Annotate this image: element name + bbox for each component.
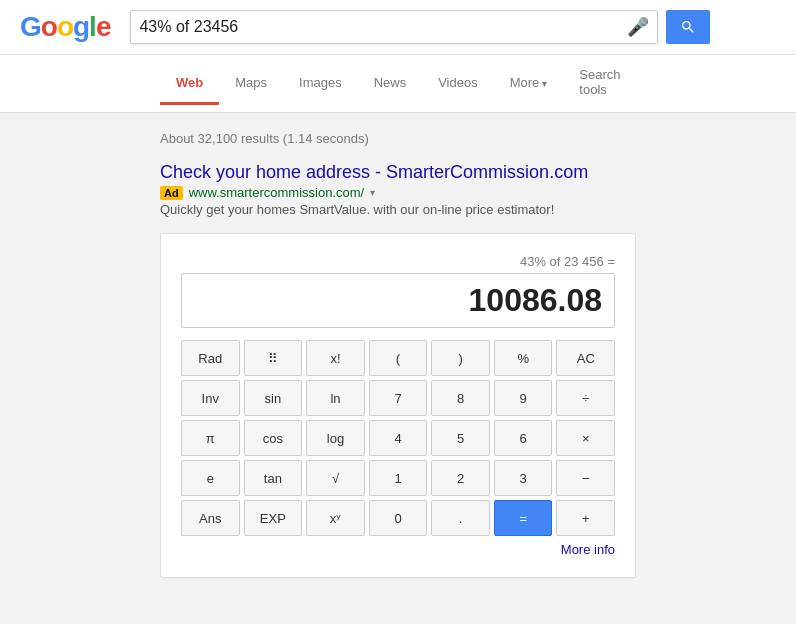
nav-item-videos[interactable]: Videos xyxy=(422,63,494,105)
calc-btn-exp[interactable]: EXP xyxy=(244,500,303,536)
search-input[interactable] xyxy=(139,18,621,36)
calc-btn-8[interactable]: 8 xyxy=(431,380,490,416)
calc-btn-divide[interactable]: ÷ xyxy=(556,380,615,416)
calc-btn-ans[interactable]: Ans xyxy=(181,500,240,536)
calc-btn-cos[interactable]: cos xyxy=(244,420,303,456)
calc-btn-sqrt[interactable]: √ xyxy=(306,460,365,496)
nav-item-images[interactable]: Images xyxy=(283,63,358,105)
nav-item-news[interactable]: News xyxy=(358,63,423,105)
calc-btn-dot[interactable]: . xyxy=(431,500,490,536)
calc-btn-1[interactable]: 1 xyxy=(369,460,428,496)
calc-row-1: Invsinln789÷ xyxy=(181,380,615,416)
result-count: About 32,100 results (1.14 seconds) xyxy=(160,131,636,146)
calc-btn-e[interactable]: e xyxy=(181,460,240,496)
calc-btn-6[interactable]: 6 xyxy=(494,420,553,456)
calc-btn-subtract[interactable]: − xyxy=(556,460,615,496)
calc-display: 10086.08 xyxy=(181,273,615,328)
calc-btn-5[interactable]: 5 xyxy=(431,420,490,456)
calc-btn-grid[interactable]: ⠿ xyxy=(244,340,303,376)
calc-row-3: etan√123− xyxy=(181,460,615,496)
nav-item-search-tools[interactable]: Search tools xyxy=(563,55,636,112)
calc-grid: Rad⠿x!()%ACInvsinln789÷πcoslog456×etan√1… xyxy=(181,340,615,536)
calc-btn-add[interactable]: + xyxy=(556,500,615,536)
calc-btn-inv[interactable]: Inv xyxy=(181,380,240,416)
calc-btn-log[interactable]: log xyxy=(306,420,365,456)
search-icon xyxy=(680,19,696,35)
calc-btn-4[interactable]: 4 xyxy=(369,420,428,456)
calc-btn-lparen[interactable]: ( xyxy=(369,340,428,376)
nav-bar: Web Maps Images News Videos More Search … xyxy=(0,55,796,113)
microphone-icon[interactable]: 🎤 xyxy=(627,16,649,38)
nav-item-more[interactable]: More xyxy=(494,63,564,105)
more-info-link[interactable]: More info xyxy=(181,542,615,557)
calc-btn-7[interactable]: 7 xyxy=(369,380,428,416)
ad-badge: Ad xyxy=(160,186,183,200)
calc-btn-tan[interactable]: tan xyxy=(244,460,303,496)
ad-url: www.smartercommission.com/ xyxy=(189,185,365,200)
nav-item-web[interactable]: Web xyxy=(160,63,219,105)
calc-btn-9[interactable]: 9 xyxy=(494,380,553,416)
calc-expression: 43% of 23 456 = xyxy=(181,254,615,269)
search-bar: 🎤 xyxy=(130,10,710,44)
nav-item-maps[interactable]: Maps xyxy=(219,63,283,105)
search-button[interactable] xyxy=(666,10,710,44)
calc-btn-factorial[interactable]: x! xyxy=(306,340,365,376)
header: Google 🎤 xyxy=(0,0,796,55)
calc-row-4: AnsEXPxʸ0.=+ xyxy=(181,500,615,536)
chevron-down-icon xyxy=(542,75,547,90)
ad-block: Check your home address - SmarterCommiss… xyxy=(160,162,636,217)
calc-btn-power[interactable]: xʸ xyxy=(306,500,365,536)
ad-label-line: Ad www.smartercommission.com/ ▾ xyxy=(160,185,636,200)
calc-row-0: Rad⠿x!()%AC xyxy=(181,340,615,376)
calc-btn-equals[interactable]: = xyxy=(494,500,553,536)
calc-btn-percent[interactable]: % xyxy=(494,340,553,376)
calc-btn-ac[interactable]: AC xyxy=(556,340,615,376)
calc-btn-3[interactable]: 3 xyxy=(494,460,553,496)
calc-btn-2[interactable]: 2 xyxy=(431,460,490,496)
calculator-box: 43% of 23 456 = 10086.08 Rad⠿x!()%ACInvs… xyxy=(160,233,636,578)
calc-btn-rparen[interactable]: ) xyxy=(431,340,490,376)
ad-title-link[interactable]: Check your home address - SmarterCommiss… xyxy=(160,162,588,182)
calc-btn-pi[interactable]: π xyxy=(181,420,240,456)
calc-row-2: πcoslog456× xyxy=(181,420,615,456)
ad-dropdown-icon: ▾ xyxy=(370,187,375,198)
search-input-container: 🎤 xyxy=(130,10,658,44)
ad-description: Quickly get your homes SmartValue. with … xyxy=(160,202,636,217)
calc-btn-multiply[interactable]: × xyxy=(556,420,615,456)
calc-btn-rad[interactable]: Rad xyxy=(181,340,240,376)
google-logo: Google xyxy=(20,11,110,43)
calc-btn-ln[interactable]: ln xyxy=(306,380,365,416)
results-area: About 32,100 results (1.14 seconds) Chec… xyxy=(0,113,796,598)
calc-btn-sin[interactable]: sin xyxy=(244,380,303,416)
calc-btn-0[interactable]: 0 xyxy=(369,500,428,536)
